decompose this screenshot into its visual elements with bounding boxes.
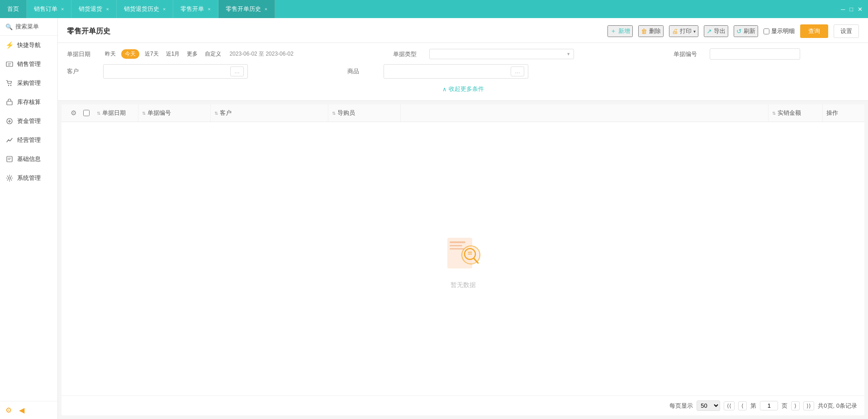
sidebar-item-finance[interactable]: 资金管理	[0, 112, 57, 131]
goods-ellipsis-btn[interactable]: …	[511, 66, 524, 76]
operations-icon	[5, 136, 14, 144]
tab-sales-return[interactable]: 销货退货 ×	[71, 0, 116, 18]
sort-guide-icon[interactable]: ⇅	[332, 111, 336, 116]
tab-retail-open-label: 零售开单	[180, 5, 204, 13]
close-button[interactable]: ✕	[858, 6, 863, 13]
tab-sales-return-history-label: 销货退货历史	[124, 5, 159, 13]
date-btn-more[interactable]: 更多	[185, 49, 199, 59]
page-title: 零售开单历史	[67, 27, 110, 36]
empty-illustration	[438, 229, 488, 274]
print-arrow-icon: ▾	[693, 29, 696, 34]
page-label-suffix: 页	[782, 402, 787, 410]
sidebar-item-basic-info[interactable]: 基础信息	[0, 150, 57, 169]
sidebar-item-quick-nav[interactable]: ⚡ 快捷导航	[0, 36, 57, 55]
print-label: 打印	[680, 27, 692, 35]
tab-home[interactable]: 首页	[0, 0, 27, 18]
tab-sales-order[interactable]: 销售订单 ×	[27, 0, 71, 18]
tab-retail-history-label: 零售开单历史	[226, 5, 261, 13]
close-sales-return-tab[interactable]: ×	[106, 6, 109, 12]
add-label: 新增	[618, 27, 630, 35]
date-btn-today[interactable]: 今天	[121, 49, 139, 59]
tab-home-label: 首页	[7, 5, 19, 13]
table-column-settings-icon[interactable]: ⚙	[67, 107, 80, 119]
purchase-mgmt-icon	[5, 79, 14, 87]
sidebar-item-purchase-mgmt[interactable]: 采购管理	[0, 74, 57, 93]
sidebar-item-inventory[interactable]: 库存核算	[0, 93, 57, 112]
settings-button[interactable]: 设置	[834, 24, 859, 38]
refresh-label: 刷新	[744, 27, 755, 35]
svg-rect-0	[6, 62, 13, 66]
export-button[interactable]: ↗ 导出	[704, 25, 728, 37]
sidebar-item-operations[interactable]: 经营管理	[0, 131, 57, 150]
doc-type-select[interactable]: ▾	[429, 49, 574, 59]
page-number-input[interactable]	[760, 401, 778, 410]
date-btn-yesterday[interactable]: 昨天	[103, 49, 118, 59]
date-btn-last1month[interactable]: 近1月	[164, 49, 182, 59]
filter-area: 单据日期 昨天 今天 近7天 近1月 更多 自定义 2023-06-02 至 2…	[58, 43, 868, 101]
svg-point-6	[9, 177, 11, 179]
date-btn-custom[interactable]: 自定义	[203, 49, 223, 59]
date-filter-label: 单据日期	[67, 50, 94, 58]
th-guide: ⇅ 导购员	[328, 104, 401, 122]
system-icon	[5, 174, 14, 182]
goods-filter-label: 商品	[347, 67, 375, 75]
refresh-button[interactable]: ↺ 刷新	[734, 25, 758, 37]
top-navigation: 首页 销售订单 × 销货退货 × 销货退货历史 × 零售开单 × 零售开单历史 …	[0, 0, 868, 18]
doc-no-input-wrapper	[710, 48, 800, 60]
next-page-button[interactable]: ⟩	[791, 401, 800, 410]
search-icon: 🔍	[5, 24, 13, 30]
sidebar-search-label: 搜索菜单	[15, 23, 39, 31]
display-detail-toggle[interactable]: 显示明细	[764, 27, 795, 35]
sort-docno-icon[interactable]: ⇅	[142, 111, 146, 116]
query-button[interactable]: 查询	[800, 24, 828, 38]
select-all-checkbox[interactable]	[83, 110, 90, 116]
export-icon: ↗	[707, 28, 712, 35]
nav-tabs: 首页 销售订单 × 销货退货 × 销货退货历史 × 零售开单 × 零售开单历史 …	[0, 0, 835, 18]
close-sales-order-tab[interactable]: ×	[61, 6, 64, 12]
sidebar-item-system[interactable]: 系统管理	[0, 169, 57, 188]
sales-mgmt-icon	[5, 60, 14, 68]
minimize-button[interactable]: ─	[841, 6, 845, 13]
sidebar-item-label: 库存核算	[17, 98, 41, 106]
tab-retail-history[interactable]: 零售开单历史 ×	[218, 0, 275, 18]
sidebar-item-sales-mgmt[interactable]: 销售管理	[0, 55, 57, 74]
tab-retail-open[interactable]: 零售开单 ×	[173, 0, 218, 18]
inventory-icon	[5, 98, 14, 106]
first-page-button[interactable]: ⟨⟨	[724, 401, 735, 410]
sort-amount-icon[interactable]: ⇅	[772, 111, 776, 116]
goods-input[interactable]	[388, 68, 511, 75]
close-retail-history-tab[interactable]: ×	[265, 6, 267, 12]
date-btn-last7[interactable]: 近7天	[143, 49, 161, 59]
sort-customer-icon[interactable]: ⇅	[214, 111, 218, 116]
sidebar-search[interactable]: 🔍 搜索菜单	[0, 18, 57, 36]
tab-sales-return-history[interactable]: 销货退货历史 ×	[117, 0, 173, 18]
per-page-select[interactable]: 10 20 50 100	[697, 400, 720, 411]
refresh-icon: ↺	[736, 28, 742, 35]
prev-page-button[interactable]: ⟨	[738, 401, 747, 410]
delete-button[interactable]: 🗑 删除	[638, 25, 664, 37]
customer-input-wrapper: …	[103, 64, 248, 79]
settings-bottom-icon[interactable]: ⚙	[5, 406, 12, 414]
doc-type-dropdown-icon: ▾	[567, 51, 570, 57]
close-retail-open-tab[interactable]: ×	[208, 6, 210, 12]
maximize-button[interactable]: □	[849, 6, 853, 13]
th-customer: ⇅ 客户	[211, 104, 328, 122]
add-button[interactable]: ＋ 新增	[607, 25, 633, 37]
collapse-more-conditions[interactable]: ∧ 收起更多条件	[67, 83, 859, 95]
th-spacer	[401, 104, 768, 122]
collapse-sidebar-icon[interactable]: ◀	[19, 406, 24, 414]
display-detail-checkbox[interactable]	[764, 28, 769, 34]
svg-rect-5	[7, 156, 12, 162]
print-icon: 🖨	[672, 28, 678, 35]
print-button[interactable]: 🖨 打印 ▾	[669, 25, 698, 37]
customer-input[interactable]	[107, 68, 230, 75]
customer-ellipsis-btn[interactable]: …	[230, 66, 244, 76]
last-page-button[interactable]: ⟩⟩	[803, 401, 814, 410]
doc-no-input[interactable]	[714, 51, 796, 57]
sort-date-icon[interactable]: ⇅	[97, 111, 100, 116]
close-sales-return-history-tab[interactable]: ×	[163, 6, 166, 12]
main-layout: 🔍 搜索菜单 ⚡ 快捷导航 销售管理 采购管理 库存核算	[0, 18, 868, 419]
sidebar-item-label: 基础信息	[17, 155, 41, 163]
delete-icon: 🗑	[641, 28, 647, 35]
content-area: 零售开单历史 ＋ 新增 🗑 删除 🖨 打印 ▾ ↗ 导出	[58, 18, 868, 419]
